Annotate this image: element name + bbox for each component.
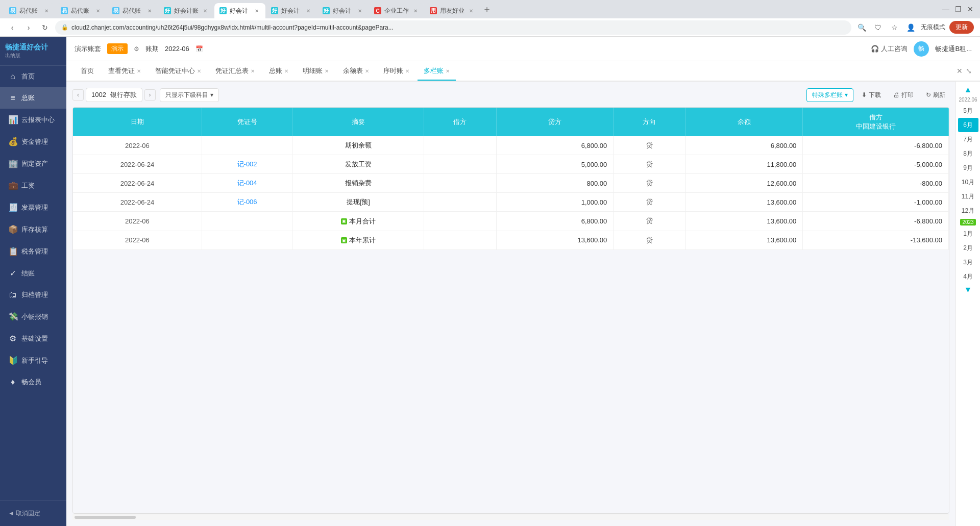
cal-month-2023-4月[interactable]: 4月 — [958, 269, 978, 284]
browser-tab-2[interactable]: 易 易代账 ✕ — [56, 3, 107, 18]
tab-close-icon[interactable]: ✕ — [146, 7, 153, 14]
nav-tab-close-smart[interactable]: ✕ — [197, 68, 201, 74]
close-button[interactable]: ✕ — [965, 4, 976, 15]
tab-close-icon[interactable]: ✕ — [468, 7, 475, 14]
nav-tab-sequence[interactable]: 序时账✕ — [377, 62, 415, 81]
browser-tab-5[interactable]: 好 好会计 ✕ — [214, 3, 265, 18]
sidebar-item-fund[interactable]: 💰 资金管理 — [0, 131, 66, 153]
browser-tab-9[interactable]: 用 用友好业 ✕ — [425, 3, 480, 18]
nav-tab-detail[interactable]: 明细账✕ — [297, 62, 335, 81]
cal-month-2022-9月[interactable]: 9月 — [958, 161, 978, 175]
nav-tab-home[interactable]: 首页 — [75, 62, 100, 81]
nav-tab-multi[interactable]: 多栏账✕ — [418, 62, 456, 81]
browser-tab-1[interactable]: 易 易代账 ✕ — [4, 3, 55, 18]
wuhen-mode[interactable]: 无痕模式 — [921, 23, 945, 32]
pin-button[interactable]: ◄ 取消固定 — [0, 505, 66, 522]
cal-month-2023-1月[interactable]: 1月 — [958, 227, 978, 241]
nav-tab-balance[interactable]: 余额表✕ — [337, 62, 375, 81]
cal-month-2022-5月[interactable]: 5月 — [958, 104, 978, 118]
browser-tab-3[interactable]: 易 易代账 ✕ — [107, 3, 158, 18]
next-account-button[interactable]: › — [144, 89, 156, 101]
url-bar[interactable]: 🔒 cloud2.chanjet.com/accounting/uh26t264… — [55, 20, 851, 35]
nav-tab-close-detail[interactable]: ✕ — [325, 68, 329, 74]
browser-tab-7[interactable]: 好 好会计 ✕ — [317, 3, 369, 18]
tab-close-icon[interactable]: ✕ — [356, 7, 363, 14]
tab-title: 易代账 — [19, 7, 40, 15]
calendar-up-button[interactable]: ▲ — [961, 84, 976, 96]
cal-month-2022-8月[interactable]: 8月 — [958, 146, 978, 161]
cal-month-2023-3月[interactable]: 3月 — [958, 255, 978, 269]
cell-voucher — [202, 136, 292, 155]
tab-close-icon[interactable]: ✕ — [202, 7, 209, 14]
horizontal-scrollbar[interactable] — [72, 514, 949, 520]
sidebar-item-guide[interactable]: 🔰 新手引导 — [0, 349, 66, 371]
sidebar-item-expense[interactable]: 💸 小畅报销 — [0, 306, 66, 328]
profile-icon[interactable]: 👤 — [904, 21, 917, 34]
tab-close-icon[interactable]: ✕ — [412, 7, 419, 14]
print-button[interactable]: 🖨 打印 — [889, 89, 918, 102]
browser-tab-6[interactable]: 好 好会计 ✕ — [266, 3, 317, 18]
browser-tab-4[interactable]: 好 好会计账 ✕ — [159, 3, 214, 18]
sidebar-item-salary[interactable]: 💼 工资 — [0, 174, 66, 196]
tab-close-icon[interactable]: ✕ — [305, 7, 312, 14]
nav-tab-smart[interactable]: 智能凭证中心✕ — [149, 62, 207, 81]
sidebar-item-home[interactable]: ⌂ 首页 — [0, 66, 66, 87]
cell-debit — [424, 193, 496, 212]
nav-tab-close-summary[interactable]: ✕ — [251, 68, 255, 74]
back-button[interactable]: ‹ — [6, 21, 18, 34]
sidebar-item-settings[interactable]: ⚙ 基础设置 — [0, 328, 66, 349]
nav-tab-close-balance[interactable]: ✕ — [365, 68, 369, 74]
sidebar-item-asset[interactable]: 🏢 固定资产 — [0, 153, 66, 174]
calendar-down-button[interactable]: ▼ — [961, 284, 976, 296]
nav-tab-vouchers[interactable]: 查看凭证✕ — [102, 62, 147, 81]
browser-tab-8[interactable]: C 企业工作 ✕ — [369, 3, 424, 18]
sidebar-item-archive[interactable]: 🗂 归档管理 — [0, 284, 66, 306]
search-icon[interactable]: 🔍 — [855, 21, 868, 34]
new-tab-button[interactable]: ＋ — [480, 2, 494, 16]
tab-close-icon[interactable]: ✕ — [253, 7, 260, 14]
settings-icon[interactable]: ⚙ — [134, 45, 139, 53]
collapse-icon[interactable]: ✕ — [957, 67, 963, 75]
cal-month-2023-2月[interactable]: 2月 — [958, 241, 978, 255]
sidebar-item-close[interactable]: ✓ 结账 — [0, 262, 66, 284]
nav-tab-close-multi[interactable]: ✕ — [446, 68, 450, 74]
nav-tab-general[interactable]: 总账✕ — [263, 62, 295, 81]
filter-button[interactable]: 只显示下级科目 ▾ — [160, 88, 219, 102]
nav-tab-close-general[interactable]: ✕ — [284, 68, 288, 74]
calendar-icon[interactable]: 📅 — [195, 45, 203, 53]
extra-header1: 借方 — [809, 113, 942, 122]
refresh-button[interactable]: ↻ 刷新 — [922, 89, 949, 102]
cal-month-2022-7月[interactable]: 7月 — [958, 132, 978, 146]
sidebar-item-tax[interactable]: 📋 税务管理 — [0, 240, 66, 262]
account-selector[interactable]: 1002 银行存款 — [86, 88, 142, 102]
cell-voucher[interactable]: 记-006 — [202, 193, 292, 212]
minimize-button[interactable]: — — [940, 4, 951, 15]
refresh-nav-button[interactable]: ↻ — [39, 21, 51, 34]
maximize-button[interactable]: ❐ — [952, 4, 964, 15]
sidebar-item-member[interactable]: ♦ 畅会员 — [0, 371, 66, 393]
expand-icon[interactable]: ⤡ — [966, 67, 972, 75]
tab-close-icon[interactable]: ✕ — [43, 7, 50, 14]
download-button[interactable]: ⬇ 下载 — [857, 89, 885, 102]
forward-button[interactable]: › — [22, 21, 35, 34]
consult-button[interactable]: 🎧 人工咨询 — [871, 44, 908, 54]
sidebar-item-invoice[interactable]: 🧾 发票管理 — [0, 196, 66, 218]
update-button[interactable]: 更新 — [949, 21, 974, 34]
cal-month-2022-12月[interactable]: 12月 — [958, 204, 978, 218]
cal-month-2022-10月[interactable]: 10月 — [958, 175, 978, 189]
sidebar-item-inventory[interactable]: 📦 库存核算 — [0, 218, 66, 240]
scroll-thumb[interactable] — [75, 516, 136, 519]
cal-month-2022-6月[interactable]: 6月 — [958, 118, 978, 132]
special-button[interactable]: 特殊多栏账 ▾ — [806, 88, 853, 102]
cell-voucher[interactable]: 记-002 — [202, 155, 292, 174]
sidebar-item-report[interactable]: 📊 云报表中心 — [0, 109, 66, 131]
nav-tab-close-sequence[interactable]: ✕ — [405, 68, 409, 74]
nav-tab-summary[interactable]: 凭证汇总表✕ — [209, 62, 261, 81]
cal-month-2022-11月[interactable]: 11月 — [958, 189, 978, 204]
nav-tab-close-vouchers[interactable]: ✕ — [137, 68, 141, 74]
prev-account-button[interactable]: ‹ — [72, 89, 84, 101]
tab-close-icon[interactable]: ✕ — [94, 7, 102, 14]
cell-voucher[interactable]: 记-004 — [202, 174, 292, 193]
sidebar-item-ledger[interactable]: ≡ 总账 — [0, 87, 66, 109]
bookmark-icon[interactable]: ☆ — [888, 21, 900, 34]
